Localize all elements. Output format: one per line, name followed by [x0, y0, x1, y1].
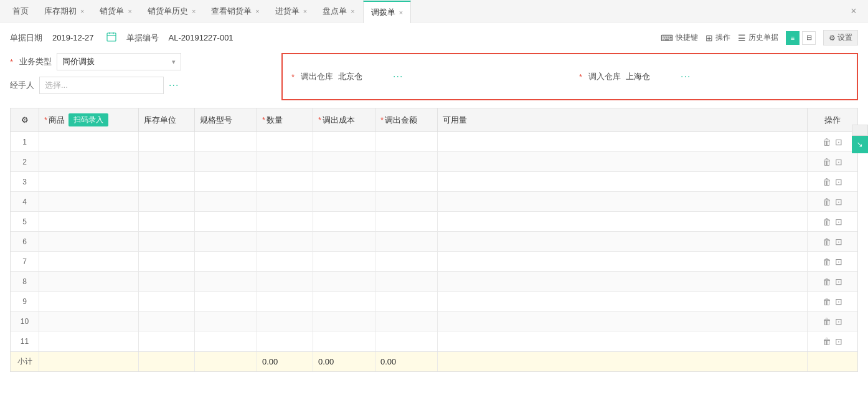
- calendar-icon[interactable]: [106, 32, 116, 44]
- tab-view-sales[interactable]: 查看销货单 ×: [204, 0, 267, 22]
- window-close-button[interactable]: ×: [844, 2, 863, 21]
- td-goods-5[interactable]: [39, 212, 139, 231]
- td-goods-4[interactable]: [39, 192, 139, 211]
- td-qty-7[interactable]: [257, 252, 313, 271]
- td-qty-4[interactable]: [257, 192, 313, 211]
- copy-icon-11[interactable]: ⊡: [835, 336, 842, 346]
- layout-icon-list[interactable]: ≡: [786, 31, 800, 45]
- tab-close-transfer[interactable]: ×: [399, 9, 403, 16]
- history-docs-btn[interactable]: ☰ 历史单据: [738, 32, 778, 43]
- td-amount-2[interactable]: [375, 152, 438, 171]
- business-type-select[interactable]: 同价调拨 ▾: [57, 53, 181, 70]
- td-goods-6[interactable]: [39, 232, 139, 251]
- copy-icon-1[interactable]: ⊡: [835, 137, 842, 147]
- td-amount-5[interactable]: [375, 212, 438, 231]
- copy-icon-7[interactable]: ⊡: [835, 257, 842, 267]
- td-qty-3[interactable]: [257, 172, 313, 191]
- tab-home[interactable]: 首页: [5, 0, 37, 22]
- business-type-field: * 业务类型 同价调拨 ▾: [10, 53, 271, 70]
- settings-btn[interactable]: ⚙ 设置: [823, 30, 858, 45]
- td-amount-9[interactable]: [375, 292, 438, 311]
- td-cost-10[interactable]: [313, 312, 375, 331]
- operations-btn[interactable]: ⊞ 操作: [705, 32, 730, 43]
- delete-icon-5[interactable]: 🗑: [823, 217, 831, 227]
- td-cost-8[interactable]: [313, 272, 375, 291]
- copy-icon-9[interactable]: ⊡: [835, 297, 842, 307]
- th-settings[interactable]: ⚙: [11, 108, 39, 131]
- delete-icon-8[interactable]: 🗑: [823, 277, 831, 287]
- delete-icon-9[interactable]: 🗑: [823, 297, 831, 307]
- td-goods-3[interactable]: [39, 172, 139, 191]
- copy-icon-3[interactable]: ⊡: [835, 177, 842, 187]
- tab-close-view-sales[interactable]: ×: [255, 7, 259, 15]
- td-cost-7[interactable]: [313, 252, 375, 271]
- tab-purchase-order[interactable]: 进货单 ×: [268, 0, 315, 22]
- tab-close-purchase-order[interactable]: ×: [303, 7, 307, 15]
- td-goods-7[interactable]: [39, 252, 139, 271]
- quick-keys-btn[interactable]: ⌨ 快捷键: [661, 32, 698, 43]
- person-more-btn[interactable]: ···: [169, 80, 179, 91]
- td-cost-2[interactable]: [313, 152, 375, 171]
- td-amount-10[interactable]: [375, 312, 438, 331]
- td-qty-11[interactable]: [257, 331, 313, 351]
- td-goods-9[interactable]: [39, 292, 139, 311]
- td-qty-2[interactable]: [257, 152, 313, 171]
- td-amount-11[interactable]: [375, 331, 438, 351]
- copy-icon-4[interactable]: ⊡: [835, 197, 842, 207]
- td-qty-6[interactable]: [257, 232, 313, 251]
- delete-icon-4[interactable]: 🗑: [823, 197, 831, 207]
- td-goods-8[interactable]: [39, 272, 139, 291]
- td-cost-6[interactable]: [313, 232, 375, 251]
- person-select[interactable]: 选择...: [39, 77, 164, 94]
- td-qty-5[interactable]: [257, 212, 313, 231]
- td-qty-1[interactable]: [257, 132, 313, 151]
- copy-icon-5[interactable]: ⊡: [835, 217, 842, 227]
- tab-close-sales-history[interactable]: ×: [192, 7, 196, 15]
- td-qty-9[interactable]: [257, 292, 313, 311]
- copy-icon-6[interactable]: ⊡: [835, 237, 842, 247]
- td-amount-1[interactable]: [375, 132, 438, 151]
- td-amount-4[interactable]: [375, 192, 438, 211]
- expand-float-btn[interactable]: ↗: [852, 136, 868, 153]
- tab-close-stocktake[interactable]: ×: [351, 7, 354, 15]
- tab-sales-history[interactable]: 销货单历史 ×: [140, 0, 204, 22]
- td-amount-8[interactable]: [375, 272, 438, 291]
- delete-icon-10[interactable]: 🗑: [823, 316, 831, 326]
- delete-icon-6[interactable]: 🗑: [823, 237, 831, 247]
- delete-icon-7[interactable]: 🗑: [823, 257, 831, 267]
- tab-close-inventory-init[interactable]: ×: [80, 7, 84, 15]
- delete-icon-2[interactable]: 🗑: [823, 157, 831, 167]
- tab-transfer[interactable]: 调拨单 ×: [363, 1, 411, 23]
- delete-icon-1[interactable]: 🗑: [823, 137, 831, 147]
- subtotal-available: [438, 352, 808, 371]
- layout-icon-grid[interactable]: ⊟: [802, 31, 816, 45]
- td-cost-3[interactable]: [313, 172, 375, 191]
- td-goods-1[interactable]: [39, 132, 139, 151]
- td-goods-11[interactable]: [39, 331, 139, 351]
- tab-stocktake[interactable]: 盘点单 ×: [315, 0, 362, 22]
- copy-icon-2[interactable]: ⊡: [835, 157, 842, 167]
- td-amount-6[interactable]: [375, 232, 438, 251]
- td-cost-11[interactable]: [313, 331, 375, 351]
- transfer-in-more-btn[interactable]: ···: [681, 71, 691, 82]
- td-cost-4[interactable]: [313, 192, 375, 211]
- delete-icon-11[interactable]: 🗑: [823, 336, 831, 346]
- td-cost-9[interactable]: [313, 292, 375, 311]
- td-qty-10[interactable]: [257, 312, 313, 331]
- td-goods-10[interactable]: [39, 312, 139, 331]
- tab-inventory-init[interactable]: 库存期初 ×: [37, 0, 92, 22]
- transfer-out-more-btn[interactable]: ···: [393, 71, 403, 82]
- td-qty-8[interactable]: [257, 272, 313, 291]
- copy-icon-10[interactable]: ⊡: [835, 316, 842, 326]
- td-cost-1[interactable]: [313, 132, 375, 151]
- tab-close-sales-order[interactable]: ×: [128, 7, 131, 15]
- delete-icon-3[interactable]: 🗑: [823, 177, 831, 187]
- td-amount-7[interactable]: [375, 252, 438, 271]
- td-amount-3[interactable]: [375, 172, 438, 191]
- tab-sales-order[interactable]: 销货单 ×: [92, 0, 139, 22]
- note-float-btn[interactable]: 备注: [852, 125, 868, 136]
- td-goods-2[interactable]: [39, 152, 139, 171]
- td-cost-5[interactable]: [313, 212, 375, 231]
- scan-btn[interactable]: 扫码录入: [68, 113, 108, 126]
- copy-icon-8[interactable]: ⊡: [835, 277, 842, 287]
